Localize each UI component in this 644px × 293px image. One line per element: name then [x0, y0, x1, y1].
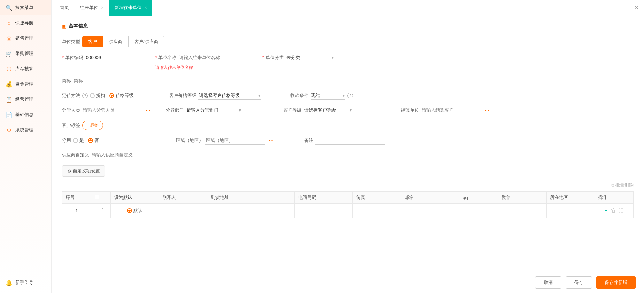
save-button[interactable]: 保存 — [566, 276, 592, 289]
disabled-no[interactable]: 否 — [88, 137, 99, 144]
payment-help-icon[interactable]: ? — [347, 93, 353, 98]
sidebar-item-system[interactable]: ⚙ 系统管理 — [0, 122, 51, 138]
th-action: 操作 — [595, 192, 633, 204]
table-header-row: 序号 设为默认 联系人 到货地址 电话号码 传真 邮箱 qq 微信 所在地区 操… — [62, 192, 634, 204]
contact-input[interactable] — [163, 208, 204, 213]
sidebar-item-operations[interactable]: 📋 经营管理 — [0, 92, 51, 107]
unit-name-input[interactable] — [179, 54, 248, 62]
row-contact[interactable] — [159, 204, 207, 218]
row-checkbox[interactable] — [99, 208, 103, 212]
tab-new-partner-close[interactable]: × — [144, 5, 147, 10]
manager-row: 分管人员 ··· 分管部门 请输入分管部门 客户等级 请选择客户等级 — [62, 106, 634, 114]
abbr-input[interactable] — [73, 77, 143, 85]
disabled-yes[interactable]: 是 — [73, 137, 84, 144]
row-address[interactable] — [207, 204, 294, 218]
sidebar-item-basic[interactable]: 📄 基础信息 — [0, 107, 51, 122]
add-row-button[interactable]: + — [604, 207, 607, 214]
email-input[interactable] — [405, 208, 455, 213]
region-cell-input[interactable] — [550, 208, 591, 213]
row-region[interactable] — [546, 204, 595, 218]
address-input[interactable] — [211, 208, 291, 213]
dept-select[interactable]: 请输入分管部门 — [186, 106, 242, 114]
unit-code-input[interactable] — [85, 54, 145, 62]
supplier-custom-input[interactable] — [91, 151, 175, 159]
main-area: 首页 往来单位 × 新增往来单位 × × ▣ 基本信息 单位类型 客户 供应商 … — [52, 0, 644, 293]
pricing-method-field: 定价方法 ? 折扣 价格等级 — [62, 92, 152, 99]
operations-icon: 📋 — [6, 96, 13, 103]
tab-new-partner[interactable]: 新增往来单位 × — [109, 0, 152, 16]
save-and-new-button[interactable]: 保存并新增 — [596, 276, 636, 289]
sidebar-item-guide[interactable]: 🔔 新手引导 — [0, 275, 51, 290]
manager-more-btn[interactable]: ··· — [144, 107, 151, 113]
tab-home[interactable]: 首页 — [54, 0, 74, 16]
finance-icon: 💰 — [6, 81, 13, 88]
row-qq[interactable] — [459, 204, 498, 218]
close-all-tabs[interactable]: × — [632, 4, 641, 11]
batch-delete-label[interactable]: 批量删除 — [615, 182, 634, 188]
pricing-help-icon[interactable]: ? — [82, 93, 88, 98]
payment-terms-field: 收款条件 现结 ? — [290, 91, 367, 100]
row-email[interactable] — [401, 204, 459, 218]
tab-partners-close[interactable]: × — [101, 5, 103, 10]
sidebar-item-label: 销售管理 — [15, 35, 33, 41]
customer-price-level-select[interactable]: 请选择客户价格等级 — [198, 91, 261, 100]
sidebar-item-inventory[interactable]: ⬡ 库存核算 — [0, 61, 51, 76]
settlement-input[interactable] — [421, 106, 481, 114]
set-default-radio[interactable]: 默认 — [114, 207, 155, 214]
remark-input[interactable] — [315, 136, 385, 145]
unit-category-select[interactable]: 未分类 — [286, 54, 335, 62]
select-all-checkbox[interactable] — [95, 195, 99, 199]
tab-new-partner-label: 新增往来单位 — [115, 5, 142, 11]
tag-label: 客户标签 — [62, 122, 80, 129]
sidebar-item-purchase[interactable]: 🛒 采购管理 — [0, 46, 51, 61]
th-wechat: 微信 — [498, 192, 546, 204]
sidebar-item-sales[interactable]: ◎ 销售管理 — [0, 31, 51, 46]
customer-level-label: 客户等级 — [283, 107, 301, 113]
sidebar-item-finance[interactable]: 💰 资金管理 — [0, 76, 51, 92]
phone-input[interactable] — [298, 208, 349, 213]
qq-input[interactable] — [463, 208, 494, 213]
pricing-discount-option[interactable]: 折扣 — [90, 92, 105, 99]
btn-customer[interactable]: 客户 — [82, 36, 103, 47]
no-label: 否 — [94, 137, 99, 144]
unit-type-field: 单位类型 客户 供应商 客户/供应商 — [62, 36, 164, 47]
row-check[interactable] — [91, 204, 111, 218]
pricing-level-option[interactable]: 价格等级 — [109, 92, 134, 99]
region-field: 区域（地区） ··· — [176, 136, 281, 145]
del-row-button[interactable]: 🗑 — [611, 207, 616, 214]
pricing-method-label: 定价方法 — [62, 92, 80, 99]
fax-input[interactable] — [356, 208, 397, 213]
sidebar-item-search[interactable]: 🔍 搜索菜单 — [0, 0, 51, 15]
dept-label: 分管部门 — [166, 107, 184, 113]
tab-partners[interactable]: 往来单位 × — [74, 0, 109, 16]
region-more-btn[interactable]: ··· — [267, 137, 275, 144]
cancel-button[interactable]: 取消 — [535, 276, 561, 289]
tab-home-label: 首页 — [60, 5, 69, 11]
customer-level-wrapper: 请选择客户等级 — [304, 106, 352, 114]
btn-supplier[interactable]: 供应商 — [103, 36, 128, 47]
customer-level-select[interactable]: 请选择客户等级 — [304, 106, 352, 114]
payment-terms-select[interactable]: 现结 — [311, 91, 345, 100]
add-tag-button[interactable]: + 标签 — [82, 121, 103, 130]
row-fax[interactable] — [353, 204, 401, 218]
drag-handle[interactable]: ⋮⋮ — [619, 206, 624, 215]
btn-both[interactable]: 客户/供应商 — [128, 36, 164, 47]
payment-terms-wrapper: 现结 — [311, 91, 345, 100]
region-input[interactable] — [205, 136, 265, 145]
settlement-unit-field: 结算单位 ··· — [401, 106, 505, 114]
th-email: 邮箱 — [401, 192, 459, 204]
region-label: 区域（地区） — [176, 137, 203, 144]
unit-name-error: 请输入往来单位名称 — [155, 65, 193, 71]
yes-label: 是 — [79, 137, 84, 144]
sidebar-item-quicknav[interactable]: ⌂ 快捷导航 — [0, 15, 51, 31]
custom-settings-button[interactable]: ⚙ 自定义项设置 — [62, 165, 105, 177]
row-wechat[interactable] — [498, 204, 546, 218]
batch-delete-icon: ⧉ — [611, 182, 614, 188]
settlement-more-btn[interactable]: ··· — [483, 107, 490, 113]
purchase-icon: 🛒 — [6, 50, 13, 57]
manager-input[interactable] — [82, 106, 142, 114]
home-icon: ⌂ — [6, 19, 13, 26]
wechat-input[interactable] — [502, 208, 543, 213]
row-phone[interactable] — [294, 204, 353, 218]
sidebar-item-label: 库存核算 — [15, 66, 33, 72]
